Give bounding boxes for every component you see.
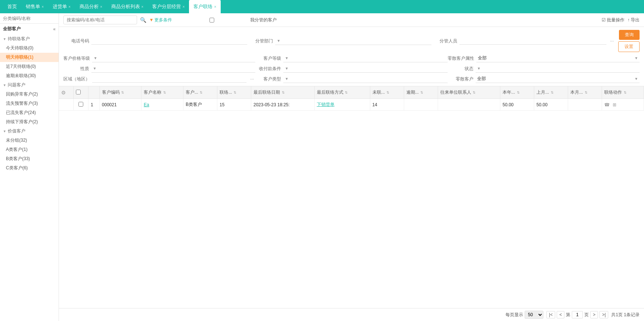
filter-item-0-0: 电话号码 [63, 38, 247, 45]
filter-dots-0-2[interactable]: ··· [609, 38, 615, 44]
col-label-code[interactable]: 客户编码 [102, 90, 120, 95]
col-header-settings: ⚙ [59, 86, 73, 99]
col-label-this_year[interactable]: 本年... [503, 90, 515, 95]
filter-select-1-0[interactable]: ▼ [92, 54, 255, 62]
col-label-this_month[interactable]: 本月... [570, 90, 583, 95]
sidebar-item-class-b[interactable]: B类客户(33) [0, 154, 59, 163]
filter-item-0-2: 分管人员··· [431, 38, 615, 45]
filter-input-0-2[interactable] [459, 38, 606, 45]
last-page-btn[interactable]: >| [599, 311, 608, 318]
sidebar-group-problem-customers[interactable]: 问题客户 [0, 80, 59, 90]
first-page-btn[interactable]: |< [546, 311, 555, 318]
sidebar-item-class-c[interactable]: C类客户(6) [0, 163, 59, 173]
nav-close-sales[interactable]: × [42, 5, 44, 9]
sidebar-search-input[interactable] [3, 16, 58, 21]
row-last-method-0[interactable]: 下销货单 [314, 99, 370, 111]
sort-icon-this_year: ⇅ [516, 91, 520, 94]
action-phone-icon[interactable]: ☎ [604, 102, 610, 107]
sidebar-item-today[interactable]: 今天待联络(0) [0, 44, 59, 53]
col-label-action[interactable]: 联络动作 [604, 90, 622, 95]
sidebar-item-repurchase-abnormal[interactable]: 回购异常客户(2) [0, 90, 59, 99]
filter-select-inline-3-2[interactable]: 全部▼ [476, 75, 640, 83]
col-label-contact_count[interactable]: 联络... [220, 90, 232, 95]
filter-input-3-0[interactable] [92, 76, 246, 83]
nav-close-analysis[interactable]: × [100, 5, 102, 9]
table-row: 1000021EaB类客户152023-05-23 18:25:下销货单1450… [59, 99, 644, 111]
nav-close-purchase[interactable]: × [69, 5, 71, 9]
table-body: 1000021EaB类客户152023-05-23 18:25:下销货单1450… [59, 99, 644, 111]
search-icon[interactable]: 🔍 [140, 17, 146, 23]
query-button[interactable]: 查询 [619, 30, 640, 40]
col-header-contact_count: 联络... ⇅ [217, 86, 251, 99]
select-all-checkbox[interactable] [76, 90, 81, 94]
col-label-contacts[interactable]: 往来单位联系人 [440, 90, 471, 95]
action-grid-icon[interactable]: ⊞ [613, 102, 616, 107]
settings-gear-icon[interactable]: ⚙ [61, 90, 66, 96]
all-customers-header[interactable]: 全部客户 « [0, 24, 59, 34]
nav-item-analysis[interactable]: 商品分析× [75, 0, 107, 13]
row-name-0[interactable]: Ea [141, 99, 183, 111]
col-label-last_contact_method[interactable]: 最后联络方式 [317, 90, 343, 95]
filter-select-2-0[interactable]: ▼ [91, 65, 255, 73]
nav-item-analysis-list[interactable]: 商品分析列表× [107, 0, 148, 13]
nav-close-customer-contact[interactable]: × [214, 5, 216, 9]
filter-item-1-2: 零散客户属性全部▼ [448, 54, 640, 62]
sidebar-item-class-a[interactable]: A类客户(1) [0, 145, 59, 154]
sidebar-search-container: 🔍 [0, 13, 59, 24]
search-bar: 🔍 ▼ 更多条件 我分管的客户 ☑ 批量操作 ↑ 导出 [59, 13, 644, 27]
nav-item-customer-contact[interactable]: 客户联络× [189, 0, 221, 13]
nav-item-purchase[interactable]: 进货单× [48, 0, 75, 13]
col-label-name[interactable]: 客户名称 [144, 90, 161, 95]
col-label-uncontacted[interactable]: 未联... [372, 90, 385, 95]
sidebar-collapse-icon[interactable]: « [53, 27, 56, 32]
filter-inline-label-3-2: 全部 [477, 76, 486, 82]
batch-op-btn[interactable]: ☑ 批量操作 [602, 17, 624, 23]
my-customers-checkbox-label[interactable]: 我分管的客户 [175, 17, 277, 23]
filter-select-3-1[interactable]: ▼ [283, 75, 447, 83]
settings-button[interactable]: 设置 [618, 41, 640, 52]
more-filter-btn[interactable]: ▼ 更多条件 [149, 17, 172, 23]
col-header-this_month: 本月... ⇅ [568, 86, 602, 99]
row-action-0: ☎⊞ [602, 99, 644, 111]
sidebar-item-continuous-decline[interactable]: 持续下滑客户(2) [0, 117, 59, 127]
col-label-last_month[interactable]: 上月... [536, 90, 549, 95]
sidebar-item-week[interactable]: 近7天待联络(0) [0, 62, 59, 71]
sidebar-item-overdue[interactable]: 逾期未联络(30) [0, 71, 59, 80]
chevron-down-icon: ▼ [277, 39, 280, 43]
sidebar-item-ungrouped[interactable]: 未分组(32) [0, 136, 59, 145]
export-btn[interactable]: ↑ 导出 [627, 17, 640, 23]
sidebar-item-lost-risk[interactable]: 流失预警客户(3) [0, 99, 59, 108]
filter-select-0-1[interactable]: ▼ [275, 37, 431, 45]
nav-item-customer-tier[interactable]: 客户分层经营× [148, 0, 189, 13]
next-page-btn[interactable]: > [590, 311, 598, 318]
sidebar-item-lost[interactable]: 已流失客户(24) [0, 108, 59, 117]
col-label-last_contact_date[interactable]: 最后联络日期 [253, 90, 280, 95]
filter-select-inline-1-2[interactable]: 全部▼ [476, 54, 640, 62]
search-input[interactable] [63, 15, 137, 24]
filter-dots-3-0[interactable]: ··· [249, 76, 255, 82]
row-overdue-0 [404, 99, 438, 111]
sort-icon-action: ⇅ [623, 91, 627, 94]
sidebar-item-tomorrow[interactable]: 明天待联络(1) [0, 53, 59, 62]
my-customers-checkbox[interactable] [175, 18, 249, 23]
sidebar-group-value-customers[interactable]: 价值客户 [0, 127, 59, 136]
nav-close-analysis-list[interactable]: × [141, 5, 144, 9]
page-input[interactable] [572, 311, 583, 318]
filter-select-2-1[interactable]: ▼ [283, 65, 447, 73]
sort-icon-customer_type: ⇅ [199, 91, 203, 94]
nav-item-sales[interactable]: 销售单× [21, 0, 48, 13]
prev-page-btn[interactable]: < [557, 311, 564, 318]
col-label-overdue[interactable]: 逾期... [406, 90, 419, 95]
filter-select-2-2[interactable]: ▼ [476, 65, 640, 73]
col-label-customer_type[interactable]: 客户... [186, 90, 198, 95]
col-header-index [88, 86, 99, 99]
row-checkbox-input-0[interactable] [78, 102, 83, 107]
filter-select-1-1[interactable]: ▼ [283, 54, 447, 62]
chevron-down-icon: ▼ [285, 66, 288, 70]
filter-input-0-0[interactable] [91, 38, 247, 45]
sidebar-group-pending-contact[interactable]: 待联络客户 [0, 34, 59, 44]
page-size-select[interactable]: 102050100 [525, 311, 543, 319]
nav-close-customer-tier[interactable]: × [182, 5, 185, 9]
row-this-year-0: 50.00 [500, 99, 534, 111]
nav-item-home[interactable]: 首页 [3, 0, 21, 13]
